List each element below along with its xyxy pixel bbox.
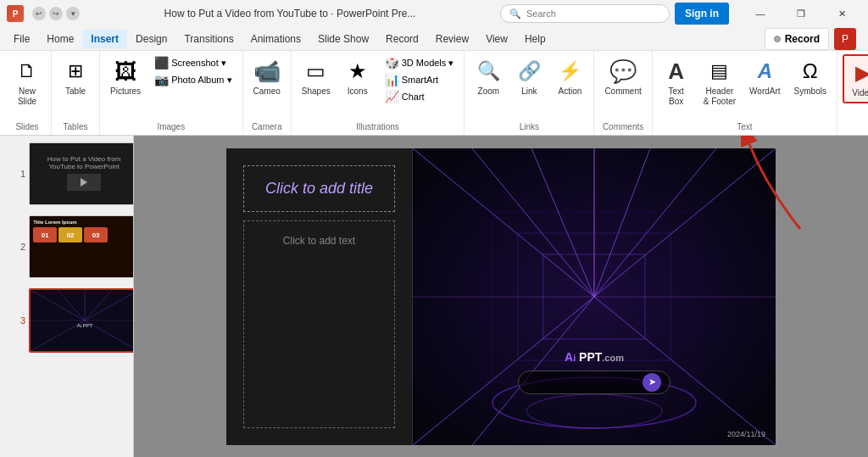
thumb2-box-3: 03 <box>84 227 108 242</box>
new-slide-label: NewSlide <box>18 86 36 107</box>
cameo-icon: 📹 <box>253 58 281 85</box>
slide-thumb-1[interactable]: How to Put a Video from YouTube to Power… <box>29 142 134 205</box>
text-group-label: Text <box>737 122 752 131</box>
pictures-icon: 🖼 <box>112 58 139 85</box>
zoom-icon: 🔍 <box>475 58 502 85</box>
menu-record[interactable]: Record <box>377 30 427 48</box>
menu-home[interactable]: Home <box>38 30 82 48</box>
powerpoint-badge: P <box>834 28 856 50</box>
action-label: Action <box>558 86 581 97</box>
main-area: 1 How to Put a Video from YouTube to Pow… <box>0 136 868 457</box>
action-button[interactable]: ⚡ Action <box>551 54 588 100</box>
ribbon-group-media: ▶ Video 🎵 Audio ⬚ ScreenRecording Media <box>837 51 868 135</box>
comment-icon: 💬 <box>609 58 637 85</box>
record-dot-icon <box>774 36 781 42</box>
aippt-input-bar[interactable]: ➤ <box>518 371 670 394</box>
comments-group-label: Comments <box>603 122 643 131</box>
chart-button[interactable]: 📈 Chart <box>380 88 459 105</box>
icons-label: Icons <box>348 86 368 97</box>
menu-transitions[interactable]: Transitions <box>175 30 242 48</box>
undo-button[interactable]: ↩ <box>32 7 46 20</box>
wordart-label: WordArt <box>749 86 781 97</box>
ppt-text: PPT <box>579 350 602 364</box>
ribbon-group-illustrations: ▭ Shapes ★ Icons 🎲 3D Models ▾ 📊 SmartAr… <box>292 51 465 135</box>
symbols-button[interactable]: Ω Symbols <box>789 54 832 100</box>
pictures-button[interactable]: 🖼 Pictures <box>105 54 146 100</box>
shapes-button[interactable]: ▭ Shapes <box>297 54 336 100</box>
title-placeholder[interactable]: Click to add title <box>243 165 395 212</box>
screenshot-button[interactable]: ⬛ Screenshot ▾ <box>149 54 236 71</box>
action-icon: ⚡ <box>556 58 583 85</box>
chart-label: Chart <box>402 92 425 102</box>
symbols-icon: Ω <box>797 58 824 85</box>
comment-button[interactable]: 💬 Comment <box>599 54 646 100</box>
photo-album-icon: 📷 <box>154 73 168 86</box>
thumb1-title: How to Put a Video from YouTube to Power… <box>33 155 134 170</box>
search-box[interactable]: 🔍 <box>500 4 670 23</box>
menu-design[interactable]: Design <box>127 30 175 48</box>
redo-button[interactable]: ↪ <box>49 7 63 20</box>
menu-view[interactable]: View <box>477 30 516 48</box>
record-top-button[interactable]: Record <box>765 28 829 50</box>
cameo-button[interactable]: 📹 Cameo <box>248 54 286 100</box>
3d-models-icon: 🎲 <box>385 56 398 70</box>
thumb2-title: Title Lorem Ipsum <box>33 220 134 225</box>
header-footer-button[interactable]: ▤ Header& Footer <box>698 54 741 110</box>
customize-button[interactable]: ▾ <box>66 7 80 20</box>
app-icon: P <box>7 5 24 22</box>
record-top-label: Record <box>785 33 820 45</box>
slide-thumb-2[interactable]: Title Lorem Ipsum 01 02 03 <box>29 215 134 278</box>
signin-button[interactable]: Sign in <box>675 3 729 25</box>
chart-icon: 📈 <box>385 90 398 103</box>
canvas-left-pane: Click to add title Click to add text <box>226 148 413 445</box>
close-button[interactable]: ✕ <box>822 1 861 26</box>
text-box-button[interactable]: A TextBox <box>658 54 695 110</box>
table-button[interactable]: ⊞ Table <box>57 54 94 100</box>
menu-review[interactable]: Review <box>427 30 477 48</box>
link-button[interactable]: 🔗 Link <box>510 54 548 100</box>
slide-thumb-3[interactable]: Ai PPT <box>29 288 134 353</box>
icons-button[interactable]: ★ Icons <box>339 54 376 100</box>
header-footer-icon: ▤ <box>706 58 733 85</box>
svg-text:Ai PPT: Ai PPT <box>77 323 93 328</box>
text-placeholder[interactable]: Click to add text <box>243 220 395 428</box>
smartart-button[interactable]: 📊 SmartArt <box>380 71 459 88</box>
minimize-button[interactable]: — <box>741 1 780 26</box>
links-group-label: Links <box>520 122 539 131</box>
menu-animations[interactable]: Animations <box>242 30 309 48</box>
window-title: How to Put a Video from YouTube to · Pow… <box>85 8 495 20</box>
new-slide-icon: 🗋 <box>14 58 41 85</box>
3d-models-label: 3D Models ▾ <box>402 58 454 69</box>
aippt-send-button[interactable]: ➤ <box>643 373 661 392</box>
screenshot-label: Screenshot ▾ <box>171 58 226 69</box>
shapes-icon: ▭ <box>303 58 330 85</box>
menu-slideshow[interactable]: Slide Show <box>309 30 377 48</box>
smartart-icon: 📊 <box>385 73 398 86</box>
neon-lines-svg <box>413 148 776 445</box>
video-button[interactable]: ▶ Video <box>843 54 868 103</box>
menu-help[interactable]: Help <box>516 30 554 48</box>
ribbon-group-links: 🔍 Zoom 🔗 Link ⚡ Action Links <box>465 51 594 135</box>
search-input[interactable] <box>526 8 660 19</box>
photo-album-button[interactable]: 📷 Photo Album ▾ <box>149 71 236 88</box>
slides-group-label: Slides <box>15 122 38 131</box>
shapes-label: Shapes <box>302 86 331 97</box>
ribbon-group-tables: ⊞ Table Tables <box>52 51 100 135</box>
new-slide-button[interactable]: 🗋 NewSlide <box>8 54 46 110</box>
thumb2-box-1: 01 <box>33 227 57 242</box>
zoom-label: Zoom <box>478 86 500 97</box>
3d-models-button[interactable]: 🎲 3D Models ▾ <box>380 54 459 71</box>
wordart-button[interactable]: A WordArt <box>744 54 786 100</box>
ribbon-group-comments: 💬 Comment Comments <box>594 51 652 135</box>
thumb3-neon-svg: Ai PPT <box>31 290 134 351</box>
zoom-button[interactable]: 🔍 Zoom <box>470 54 507 100</box>
canvas-right-pane: Ai PPT.com ➤ 2024/11/19 <box>413 148 776 445</box>
video-label: Video <box>852 88 868 98</box>
restore-button[interactable]: ❐ <box>782 1 821 26</box>
photo-album-label: Photo Album ▾ <box>171 75 231 86</box>
ribbon-group-camera: 📹 Cameo Camera <box>243 51 292 135</box>
images-group-label: Images <box>157 122 185 131</box>
menu-file[interactable]: File <box>5 30 38 48</box>
menu-insert[interactable]: Insert <box>82 30 127 48</box>
illustrations-group-label: Illustrations <box>356 122 399 131</box>
